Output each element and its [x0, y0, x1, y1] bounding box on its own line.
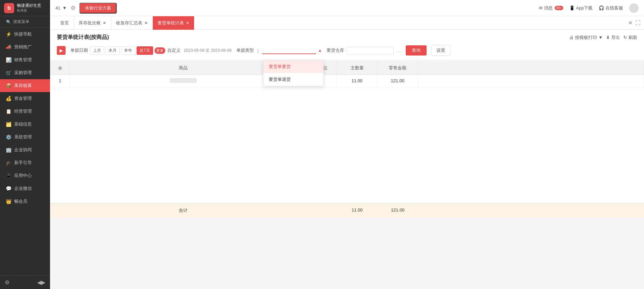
- sidebar-item-quick-nav[interactable]: ⚡ 快捷导航: [0, 28, 50, 41]
- topbar-gear-icon[interactable]: ⚙: [71, 5, 75, 11]
- sidebar-footer: ⚙ ◀▶: [0, 275, 50, 289]
- store-number: 41: [55, 5, 60, 10]
- app-name: 畅捷通好生意: [17, 3, 41, 8]
- col-header-amount: 零售金额: [378, 62, 418, 74]
- sidebar-item-app-center[interactable]: 📱 应用中心: [0, 169, 50, 182]
- refresh-button[interactable]: ↻ 刷新: [623, 35, 637, 41]
- sidebar-item-label: 采购管理: [14, 70, 32, 76]
- topbar-right: ✉ 消息 99+ 📱 App下载 🎧 在线客服: [539, 3, 639, 13]
- sidebar-item-sales[interactable]: 📊 销售管理: [0, 53, 50, 66]
- tab-home[interactable]: 首页: [55, 16, 74, 30]
- settings-button[interactable]: 设置: [431, 45, 450, 56]
- table-row: 1 块 11.00 121.00: [50, 75, 644, 88]
- tab-receivable-summary-close[interactable]: ✕: [144, 21, 148, 25]
- print-button[interactable]: 🖨 按模板打印 ▼: [569, 35, 603, 41]
- tab-batch-account-close[interactable]: ✕: [103, 21, 106, 25]
- base-icon: 🗂️: [5, 121, 11, 127]
- collapse-icon[interactable]: ◀▶: [37, 279, 45, 286]
- tab-batch-account[interactable]: 库存批次账 ✕: [74, 16, 111, 30]
- date-range-display: 2023-05-06 至 2023-06-06: [184, 48, 232, 53]
- app-edition: 标准版: [17, 8, 41, 13]
- sidebar-item-label: 应用中心: [14, 173, 32, 179]
- message-icon: ✉: [539, 5, 543, 10]
- system-icon: ⚙️: [5, 134, 11, 140]
- purchase-icon: 🛒: [5, 70, 11, 75]
- sidebar-search[interactable]: 🔍 搜索菜单: [0, 16, 50, 28]
- trial-button[interactable]: 体验行业方案: [79, 3, 117, 14]
- sidebar-item-operations[interactable]: 📋 经营管理: [0, 105, 50, 118]
- tab-fullscreen-icon[interactable]: ⛶: [635, 20, 641, 26]
- sidebar-item-label: 经营管理: [14, 108, 32, 114]
- cell-quantity: 11.00: [337, 75, 378, 88]
- sidebar-item-enterprise[interactable]: 🏢 企业协同: [0, 143, 50, 156]
- warehouse-filter-label: 要货仓库: [327, 47, 344, 53]
- inventory-icon: 📦: [5, 83, 11, 88]
- date-btn-prev-month[interactable]: 上月: [90, 46, 104, 55]
- sidebar-item-system[interactable]: ⚙️ 系统管理: [0, 131, 50, 143]
- type-dropdown-arrow[interactable]: ▲: [318, 48, 322, 53]
- tab-requisition-stat-close[interactable]: ✕: [186, 21, 189, 25]
- col-header-settings[interactable]: ⚙: [50, 62, 70, 74]
- date-btn-this-month[interactable]: 本月: [105, 46, 120, 55]
- tab-home-label: 首页: [60, 20, 69, 26]
- tab-close-all-icon[interactable]: ✕: [628, 20, 633, 26]
- sidebar-item-guide[interactable]: 🎓 新手引导: [0, 156, 50, 169]
- footer-label: 合计: [70, 203, 296, 218]
- app-download-icon: 📱: [569, 5, 575, 10]
- wechat-icon: 💬: [5, 186, 11, 191]
- user-avatar[interactable]: [629, 3, 639, 13]
- app-download-action[interactable]: 📱 App下载: [569, 5, 593, 11]
- member-icon: 👑: [5, 199, 11, 204]
- dropdown-item-return[interactable]: 要货单退货: [263, 73, 324, 86]
- store-selector[interactable]: 41 ▼: [55, 5, 67, 10]
- date-btn-7days[interactable]: 近7天: [137, 46, 153, 55]
- content-area: 要货单统计表(按商品) 🖨 按模板打印 ▼ ⬇ 导出 ↻ 刷新: [50, 30, 644, 289]
- sidebar-item-marketing[interactable]: 📣 营销推广: [0, 41, 50, 53]
- export-icon: ⬇: [606, 35, 610, 40]
- message-action[interactable]: ✉ 消息 99+: [539, 5, 563, 11]
- sidebar-item-member[interactable]: 👑 畅会员: [0, 195, 50, 208]
- dropdown-item-requisition[interactable]: 要货单要货: [263, 60, 324, 73]
- date-more-badge[interactable]: 更多: [154, 47, 165, 54]
- footer-extra: [418, 203, 644, 218]
- sidebar-item-wechat[interactable]: 💬 企业微信: [0, 182, 50, 195]
- date-btn-this-year[interactable]: 本年: [121, 46, 135, 55]
- refresh-icon: ↻: [623, 35, 627, 40]
- topbar-left: 41 ▼ ⚙ 体验行业方案: [55, 3, 117, 14]
- sidebar-item-label: 企业微信: [14, 185, 32, 192]
- data-table: ⚙ 商品 主计量单位 主数量 零售金额 1 块 11.00 121.00: [50, 62, 644, 218]
- store-dropdown-icon: ▼: [62, 5, 67, 10]
- online-service-action[interactable]: 🎧 在线客服: [599, 5, 623, 11]
- sidebar-item-label: 企业协同: [14, 147, 32, 153]
- column-settings-icon[interactable]: ⚙: [58, 66, 62, 71]
- type-filter-input[interactable]: [262, 47, 316, 54]
- query-button[interactable]: 查询: [406, 45, 427, 55]
- expand-icon: ▶: [59, 48, 63, 53]
- tab-requisition-stat-label: 要货单统计表: [158, 20, 184, 26]
- sidebar-item-inventory[interactable]: 📦 库存核算: [0, 79, 50, 92]
- footer-empty: [50, 203, 70, 218]
- filter-expand-button[interactable]: ▶: [57, 46, 66, 55]
- date-custom-btn[interactable]: 自定义: [167, 47, 181, 53]
- sidebar-item-finance[interactable]: 💰 资金管理: [0, 92, 50, 105]
- sidebar-item-label: 基础信息: [14, 121, 32, 127]
- warehouse-filter-input[interactable]: [346, 47, 393, 54]
- sidebar-item-label: 资金管理: [14, 95, 32, 102]
- sidebar-item-label: 库存核算: [14, 83, 32, 89]
- tab-requisition-stat[interactable]: 要货单统计表 ✕: [153, 16, 194, 30]
- settings-icon[interactable]: ⚙: [5, 279, 9, 286]
- enterprise-icon: 🏢: [5, 147, 11, 153]
- col-header-product: 商品: [70, 62, 296, 74]
- tab-receivable-summary[interactable]: 收发存汇总表 ✕: [111, 16, 153, 30]
- footer-unit-empty: [296, 203, 337, 218]
- warehouse-filter-group: 要货仓库 …: [327, 47, 401, 54]
- sidebar-item-label: 销售管理: [14, 57, 32, 63]
- col-header-extra: [418, 62, 644, 74]
- type-dropdown: 要货单要货 要货单退货: [263, 60, 324, 86]
- sidebar-item-base[interactable]: 🗂️ 基础信息: [0, 118, 50, 131]
- sidebar-item-purchase[interactable]: 🛒 采购管理: [0, 66, 50, 79]
- finance-icon: 💰: [5, 96, 11, 101]
- warehouse-more-icon[interactable]: …: [396, 47, 401, 53]
- export-button[interactable]: ⬇ 导出: [606, 35, 620, 41]
- date-filter-label: 单据日期: [70, 47, 88, 53]
